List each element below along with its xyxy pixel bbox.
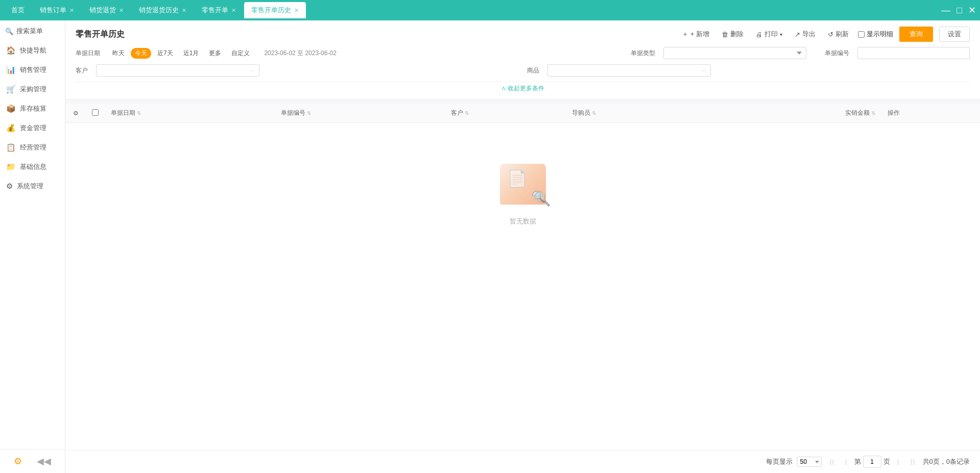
data-table: ⚙ 单据日期⇅ 单据编号⇅ 客户⇅ — [65, 104, 980, 123]
date-btn-今天[interactable]: 今天 — [131, 48, 151, 59]
page-size-select[interactable]: 50 10 20 100 — [797, 457, 822, 467]
sidebar-label-finance: 资金管理 — [20, 123, 46, 133]
sidebar-icon-finance: 💰 — [6, 123, 16, 133]
page-label: 第 — [854, 457, 861, 466]
close-btn[interactable]: ✕ — [968, 5, 976, 16]
content-area: 零售开单历史 ＋ + 新增 🗑 删除 🖨 打印 ▾ — [65, 20, 980, 473]
setting-button[interactable]: 设置 — [939, 27, 970, 42]
sort-amount-icon[interactable]: ⇅ — [871, 110, 875, 116]
page-title-row: 零售开单历史 ＋ + 新增 🗑 删除 🖨 打印 ▾ — [76, 27, 970, 47]
tab-label: 销货退货历史 — [139, 6, 179, 15]
first-page-btn[interactable]: ⟨⟨ — [826, 456, 838, 468]
date-btn-更多[interactable]: 更多 — [205, 48, 225, 59]
th-actual-amount: 实销金额⇅ — [711, 104, 881, 123]
refresh-icon: ↺ — [828, 31, 833, 38]
tab-sales-order[interactable]: 销售订单✕ — [33, 2, 81, 18]
date-btn-近7天[interactable]: 近7天 — [153, 48, 177, 59]
sidebar-item-inventory[interactable]: 📦库存核算 — [0, 99, 65, 118]
tab-retail-open-history[interactable]: 零售开单历史✕ — [244, 2, 306, 18]
sidebar-item-operations[interactable]: 📋经营管理 — [0, 138, 65, 157]
tab-close-retail-open-history[interactable]: ✕ — [294, 7, 299, 14]
customer-label: 客户 — [76, 66, 88, 75]
display-detail-toggle[interactable]: 显示明细 — [858, 30, 893, 39]
sidebar-icon-basic-info: 📁 — [6, 162, 16, 171]
sidebar-icon-inventory: 📦 — [6, 104, 16, 113]
tab-sales-return[interactable]: 销货退货✕ — [82, 2, 131, 18]
order-type-select[interactable] — [663, 47, 806, 59]
export-button[interactable]: ↗ 导出 — [792, 28, 819, 41]
order-no-input[interactable] — [857, 47, 970, 59]
delete-button[interactable]: 🗑 删除 — [719, 28, 747, 41]
sidebar-icon-sales-mgmt: 📊 — [6, 65, 16, 74]
page-title: 零售开单历史 — [76, 29, 125, 40]
tab-close-sales-return-history[interactable]: ✕ — [182, 7, 186, 14]
sidebar-item-purchase-mgmt[interactable]: 🛒采购管理 — [0, 80, 65, 99]
table-container: ⚙ 单据日期⇅ 单据编号⇅ 客户⇅ — [65, 104, 980, 450]
order-type-label: 单据类型 — [631, 49, 655, 58]
sort-date-icon[interactable]: ⇅ — [137, 110, 141, 116]
last-page-btn[interactable]: ⟩⟩ — [906, 456, 919, 468]
empty-state: 📄 🔍 暂无数据 — [65, 123, 980, 267]
th-action: 操作 — [881, 104, 980, 123]
main-layout: 🔍 搜索菜单 🏠快捷导航📊销售管理🛒采购管理📦库存核算💰资金管理📋经营管理📁基础… — [0, 20, 980, 473]
query-button[interactable]: 查询 — [899, 27, 933, 42]
sort-guide-icon[interactable]: ⇅ — [592, 110, 596, 116]
collapse-bar[interactable]: ∧ 收起更多条件 — [76, 82, 970, 95]
minimize-btn[interactable]: — — [941, 5, 950, 16]
sidebar-item-sales-mgmt[interactable]: 📊销售管理 — [0, 60, 65, 80]
collapse-label: ∧ 收起更多条件 — [501, 84, 544, 93]
delete-icon: 🗑 — [722, 31, 728, 38]
select-all-checkbox[interactable] — [92, 109, 99, 116]
tab-retail-open[interactable]: 零售开单✕ — [195, 2, 243, 18]
tab-label: 销货退货 — [89, 6, 116, 15]
display-detail-checkbox[interactable] — [858, 31, 865, 38]
tab-close-sales-order[interactable]: ✕ — [69, 7, 74, 14]
page-input[interactable] — [863, 456, 881, 468]
print-dropdown-icon: ▾ — [780, 32, 782, 37]
empty-text: 暂无数据 — [510, 217, 536, 226]
table-header-row: ⚙ 单据日期⇅ 单据编号⇅ 客户⇅ — [65, 104, 980, 123]
tab-home[interactable]: 首页 — [4, 2, 32, 18]
sort-order-icon[interactable]: ⇅ — [307, 110, 311, 116]
page-header: 零售开单历史 ＋ + 新增 🗑 删除 🖨 打印 ▾ — [65, 20, 980, 99]
date-btn-近1月[interactable]: 近1月 — [179, 48, 203, 59]
sidebar-item-finance[interactable]: 💰资金管理 — [0, 118, 65, 138]
maximize-btn[interactable]: □ — [957, 5, 962, 16]
sidebar-item-quick-nav[interactable]: 🏠快捷导航 — [0, 41, 65, 60]
sidebar-label-sales-mgmt: 销售管理 — [20, 65, 46, 74]
column-settings-icon[interactable]: ⚙ — [73, 110, 79, 117]
page-of: 页 — [883, 457, 890, 466]
empty-illustration: 📄 🔍 — [500, 164, 546, 205]
sort-customer-icon[interactable]: ⇅ — [465, 110, 469, 116]
tab-sales-return-history[interactable]: 销货退货历史✕ — [132, 2, 194, 18]
tab-label: 销售订单 — [40, 6, 66, 15]
collapse-sidebar-btn[interactable]: ◀◀ — [37, 456, 51, 467]
th-customer: 客户⇅ — [445, 104, 566, 123]
print-button[interactable]: 🖨 打印 ▾ — [753, 28, 785, 41]
sidebar-label-purchase-mgmt: 采购管理 — [20, 85, 46, 94]
sidebar-label-system-mgmt: 系统管理 — [17, 182, 43, 191]
filter-row-2: 客户 ··· 商品 ··· — [76, 64, 970, 77]
add-icon: ＋ — [682, 30, 688, 39]
settings-icon[interactable]: ⚙ — [14, 456, 22, 467]
sidebar-bottom: ⚙ ◀◀ — [0, 449, 65, 473]
page-nav: ⟨⟨ ⟨ 第 页 ⟩ ⟩⟩ — [826, 456, 919, 468]
sidebar-icon-system-mgmt: ⚙ — [6, 182, 13, 191]
toolbar: ＋ + 新增 🗑 删除 🖨 打印 ▾ ↗ 导出 — [679, 27, 970, 42]
date-btn-昨天[interactable]: 昨天 — [108, 48, 129, 59]
add-button[interactable]: ＋ + 新增 — [679, 28, 712, 41]
sidebar-item-system-mgmt[interactable]: ⚙系统管理 — [0, 177, 65, 196]
total-info: 共0页，0条记录 — [923, 457, 970, 466]
tab-list: 首页销售订单✕销货退货✕销货退货历史✕零售开单✕零售开单历史✕ — [4, 2, 306, 18]
sidebar-search[interactable]: 🔍 搜索菜单 — [0, 20, 65, 41]
date-btn-自定义[interactable]: 自定义 — [227, 48, 254, 59]
product-placeholder: ··· — [701, 67, 706, 74]
sidebar-item-basic-info[interactable]: 📁基础信息 — [0, 157, 65, 177]
customer-input[interactable]: ··· — [96, 64, 259, 77]
tab-close-sales-return[interactable]: ✕ — [119, 7, 124, 14]
refresh-button[interactable]: ↺ 刷新 — [825, 28, 852, 41]
product-input[interactable]: ··· — [547, 64, 711, 77]
prev-page-btn[interactable]: ⟨ — [840, 456, 852, 468]
next-page-btn[interactable]: ⟩ — [892, 456, 904, 468]
tab-close-retail-open[interactable]: ✕ — [231, 7, 236, 14]
